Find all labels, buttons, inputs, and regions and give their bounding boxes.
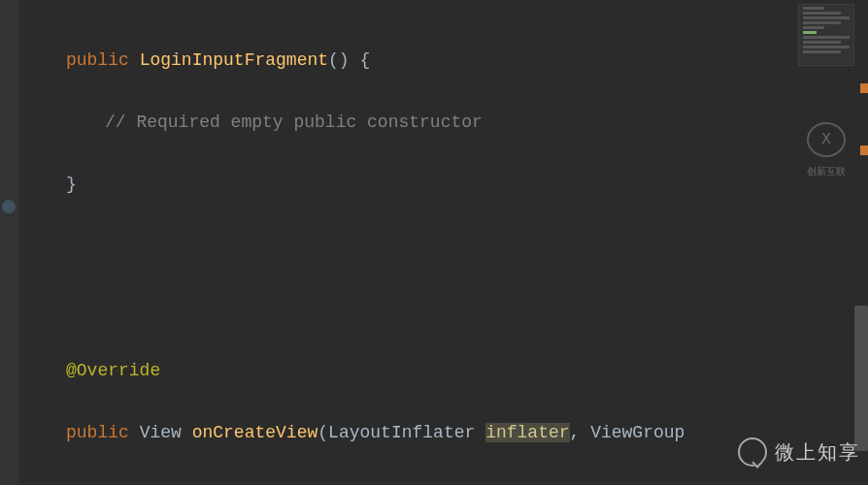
code-line: // Required empty public constructor: [27, 107, 868, 138]
code-editor[interactable]: public LoginInputFragment() { // Require…: [0, 0, 868, 485]
minimap-line: [803, 31, 817, 34]
gutter: [0, 0, 19, 485]
watermark-wechat: 微上知享: [738, 436, 860, 468]
watermark-text: 微上知享: [775, 436, 860, 468]
highlighted-param-inflater: inflater: [485, 423, 569, 442]
annotation-override: @Override: [66, 361, 160, 380]
code-line: Bundle savedInstanceState) {: [27, 479, 868, 485]
watermark-logo-symbol: X: [807, 122, 846, 157]
keyword-public: public: [66, 50, 129, 70]
keyword-public: public: [66, 423, 129, 442]
minimap-line: [803, 7, 824, 10]
watermark-logo-text: 创新互联: [807, 157, 846, 188]
override-gutter-icon[interactable]: [2, 200, 16, 213]
minimap-line: [803, 12, 841, 15]
scrollbar-thumb[interactable]: [854, 306, 868, 451]
minimap-line: [803, 36, 850, 39]
comment: // Required empty public constructor: [105, 113, 483, 132]
blank-line: [27, 293, 868, 324]
blank-line: [27, 231, 868, 262]
code-line: @Override: [27, 355, 868, 386]
minimap-line: [803, 50, 841, 53]
code-line: public LoginInputFragment() {: [27, 45, 868, 76]
wechat-icon: [738, 437, 767, 467]
code-line: }: [27, 169, 868, 200]
minimap-line: [803, 46, 850, 48]
minimap-line: [803, 41, 841, 44]
method-name: onCreateView: [192, 423, 318, 442]
minimap-line: [803, 16, 850, 19]
minimap-line: [803, 26, 824, 29]
minimap[interactable]: [798, 4, 854, 66]
watermark-logo-cx: X 创新互联: [790, 124, 862, 186]
minimap-line: [803, 21, 841, 24]
constructor-name: LoginInputFragment: [140, 50, 328, 70]
change-marker: [860, 83, 868, 93]
